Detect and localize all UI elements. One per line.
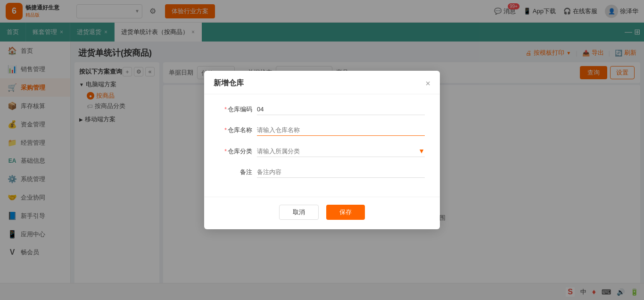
form-row-name: 仓库名称 [219, 125, 425, 136]
modal-footer: 取消 保存 [204, 197, 440, 229]
category-input[interactable] [257, 148, 418, 155]
category-select-wrap[interactable]: ▼ [257, 145, 425, 157]
form-row-category: 仓库分类 ▼ [219, 145, 425, 157]
category-label: 仓库分类 [219, 147, 257, 156]
modal-add-warehouse: 新增仓库 × 仓库编码 仓库名称 仓库分类 ▼ [204, 71, 440, 229]
cancel-button[interactable]: 取消 [279, 205, 319, 220]
modal-title: 新增仓库 [214, 78, 244, 88]
form-row-remark: 备注 [219, 167, 425, 178]
code-label: 仓库编码 [219, 105, 257, 114]
remark-label: 备注 [219, 168, 257, 176]
modal-overlay[interactable]: 新增仓库 × 仓库编码 仓库名称 仓库分类 ▼ [0, 0, 644, 300]
modal-close-button[interactable]: × [425, 79, 430, 88]
code-input[interactable] [257, 104, 425, 115]
remark-input[interactable] [257, 167, 425, 178]
name-input[interactable] [257, 125, 425, 136]
save-button[interactable]: 保存 [326, 205, 365, 220]
form-row-code: 仓库编码 [219, 104, 425, 115]
modal-header: 新增仓库 × [204, 71, 440, 94]
modal-body: 仓库编码 仓库名称 仓库分类 ▼ 备注 [204, 94, 440, 197]
category-arrow-icon: ▼ [418, 147, 425, 155]
name-label: 仓库名称 [219, 126, 257, 134]
